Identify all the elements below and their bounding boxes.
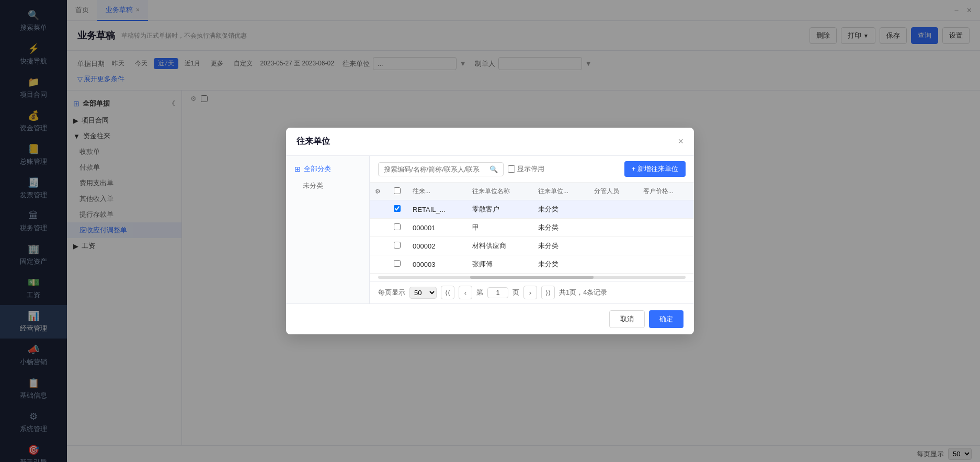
row-settings-2 bbox=[370, 219, 389, 237]
row-category-4: 未分类 bbox=[533, 255, 589, 274]
row-category-1: 未分类 bbox=[533, 200, 589, 219]
page-last-btn[interactable]: ⟩⟩ bbox=[541, 286, 555, 299]
col-name: 往来单位名称 bbox=[467, 183, 533, 200]
modal-pagination: 每页显示 50 100 200 ⟨⟨ ‹ 第 页 › ⟩⟩ 共1页，4条记录 bbox=[370, 281, 694, 303]
row-manager-1 bbox=[589, 200, 637, 219]
page-number-input[interactable] bbox=[487, 287, 508, 298]
modal-search-container: 🔍 bbox=[378, 162, 504, 176]
row-manager-2 bbox=[589, 219, 637, 237]
col-settings: ⚙ bbox=[370, 183, 389, 200]
partners-table: ⚙ 往来... 往来单位名称 往来单位... 分管人员 客户价格... bbox=[370, 183, 694, 274]
row-settings-4 bbox=[370, 255, 389, 274]
page-label: 第 bbox=[476, 288, 483, 297]
row-check-1[interactable] bbox=[389, 200, 407, 219]
modal-sidebar-all[interactable]: ⊞ 全部分类 bbox=[286, 160, 369, 178]
search-icon: 🔍 bbox=[489, 165, 498, 173]
per-page-select[interactable]: 50 100 200 bbox=[409, 287, 437, 299]
modal-header: 往来单位 × bbox=[286, 128, 694, 156]
row-name-3: 材料供应商 bbox=[467, 237, 533, 255]
table-row[interactable]: RETAIL_... 零散客户 未分类 bbox=[370, 200, 694, 219]
col-price: 客户价格... bbox=[638, 183, 694, 200]
modal-dialog: 往来单位 × ⊞ 全部分类 未分类 🔍 bbox=[286, 128, 694, 334]
modal-title: 往来单位 bbox=[297, 136, 330, 147]
modal-search-input[interactable] bbox=[384, 165, 487, 173]
col-code: 往来... bbox=[407, 183, 467, 200]
row-code-3: 000002 bbox=[407, 237, 467, 255]
row-check-4[interactable] bbox=[389, 255, 407, 274]
row-settings-3 bbox=[370, 237, 389, 255]
row-price-2 bbox=[638, 219, 694, 237]
modal-sidebar: ⊞ 全部分类 未分类 bbox=[286, 156, 370, 303]
col-manager: 分管人员 bbox=[589, 183, 637, 200]
modal-table: ⚙ 往来... 往来单位名称 往来单位... 分管人员 客户价格... bbox=[370, 183, 694, 274]
total-info: 共1页，4条记录 bbox=[559, 288, 607, 297]
table-row[interactable]: 000003 张师傅 未分类 bbox=[370, 255, 694, 274]
grid-icon-modal: ⊞ bbox=[294, 165, 301, 173]
row-check-2[interactable] bbox=[389, 219, 407, 237]
row-code-4: 000003 bbox=[407, 255, 467, 274]
row-manager-4 bbox=[589, 255, 637, 274]
row-name-1: 零散客户 bbox=[467, 200, 533, 219]
row-price-1 bbox=[638, 200, 694, 219]
modal-main: 🔍 显示停用 + 新增往来单位 ⚙ bbox=[370, 156, 694, 303]
row-manager-3 bbox=[589, 237, 637, 255]
col-check bbox=[389, 183, 407, 200]
confirm-button[interactable]: 确定 bbox=[649, 310, 683, 328]
row-name-4: 张师傅 bbox=[467, 255, 533, 274]
modal-body: ⊞ 全部分类 未分类 🔍 显示停用 bbox=[286, 156, 694, 303]
modal-close-button[interactable]: × bbox=[678, 136, 683, 147]
page-next-btn[interactable]: › bbox=[523, 286, 537, 299]
row-category-2: 未分类 bbox=[533, 219, 589, 237]
table-select-all[interactable] bbox=[394, 187, 401, 194]
row-code-1: RETAIL_... bbox=[407, 200, 467, 219]
row-name-2: 甲 bbox=[467, 219, 533, 237]
modal-footer: 取消 确定 bbox=[286, 303, 694, 334]
table-row[interactable]: 000002 材料供应商 未分类 bbox=[370, 237, 694, 255]
add-partner-button[interactable]: + 新增往来单位 bbox=[624, 161, 686, 177]
modal-toolbar: 🔍 显示停用 + 新增往来单位 bbox=[370, 156, 694, 183]
page-first-btn[interactable]: ⟨⟨ bbox=[441, 286, 454, 299]
row-category-3: 未分类 bbox=[533, 237, 589, 255]
scrollbar-thumb[interactable] bbox=[470, 276, 593, 279]
modal-overlay[interactable]: 往来单位 × ⊞ 全部分类 未分类 🔍 bbox=[0, 0, 980, 462]
row-check-3[interactable] bbox=[389, 237, 407, 255]
page-prev-btn[interactable]: ‹ bbox=[459, 286, 472, 299]
row-settings-1 bbox=[370, 200, 389, 219]
page-suffix: 页 bbox=[512, 288, 519, 297]
per-page-label: 每页显示 bbox=[378, 288, 405, 297]
row-code-2: 000001 bbox=[407, 219, 467, 237]
cancel-button[interactable]: 取消 bbox=[609, 310, 645, 328]
show-disabled-toggle[interactable]: 显示停用 bbox=[508, 164, 544, 174]
modal-sidebar-unclassified[interactable]: 未分类 bbox=[286, 178, 369, 194]
row-price-4 bbox=[638, 255, 694, 274]
row-price-3 bbox=[638, 237, 694, 255]
horizontal-scrollbar[interactable] bbox=[378, 276, 686, 279]
col-category: 往来单位... bbox=[533, 183, 589, 200]
show-disabled-checkbox[interactable] bbox=[508, 165, 515, 173]
table-row[interactable]: 000001 甲 未分类 bbox=[370, 219, 694, 237]
